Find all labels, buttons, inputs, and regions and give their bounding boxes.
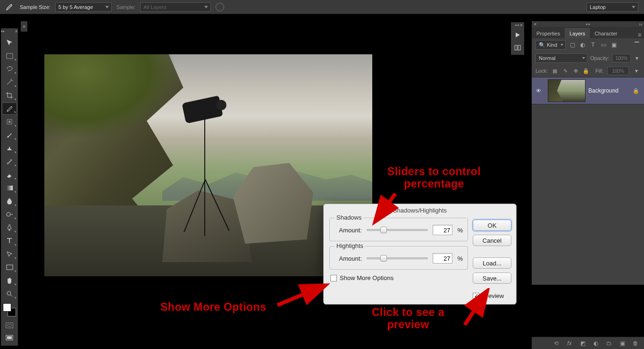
shape-tool[interactable]: [2, 261, 17, 273]
dodge-tool[interactable]: [2, 208, 17, 221]
sample-ring-icon[interactable]: [216, 3, 224, 11]
panel-icon[interactable]: [512, 42, 523, 53]
lock-position-icon[interactable]: ✥: [572, 68, 579, 74]
sample-select: All Layers: [140, 2, 211, 12]
filter-shape-icon[interactable]: ▭: [600, 41, 607, 49]
eraser-tool[interactable]: [2, 169, 17, 181]
fill-value[interactable]: 100%: [607, 67, 629, 75]
blend-mode-select[interactable]: Normal: [535, 53, 587, 63]
opacity-flyout-icon[interactable]: ▾: [634, 54, 640, 62]
filter-smart-icon[interactable]: ▣: [610, 41, 618, 49]
svg-point-3: [7, 213, 10, 216]
crop-tool[interactable]: [2, 89, 17, 102]
shadows-unit: %: [457, 227, 463, 234]
link-layers-icon[interactable]: ⟲: [552, 340, 560, 347]
opacity-value[interactable]: 100%: [612, 54, 631, 62]
ok-button[interactable]: OK: [473, 220, 511, 231]
preview-checkbox[interactable]: ✓: [473, 293, 479, 299]
layer-filter-kind[interactable]: 🔍 Kind: [535, 40, 566, 50]
layers-panel: ×›› Properties Layers Character ≡ 🔍 Kind…: [532, 21, 644, 285]
tab-properties[interactable]: Properties: [532, 29, 565, 38]
layer-lock-icon: 🔒: [633, 88, 644, 94]
panel-menu-icon[interactable]: ≡: [635, 32, 644, 38]
group-icon[interactable]: 🗀: [605, 340, 613, 347]
shadows-highlights-dialog: Shadows/Highlights Shadows Amount: % Hig…: [323, 204, 517, 305]
preview-label: Preview: [482, 292, 504, 299]
options-bar: Sample Size: 5 by 5 Average Sample: All …: [0, 0, 644, 14]
highlights-group: Highlights Amount: %: [329, 246, 468, 270]
magic-wand-tool[interactable]: [2, 76, 17, 88]
quickmask-toggle[interactable]: [2, 320, 17, 331]
shadows-amount-label: Amount:: [335, 227, 362, 234]
opacity-label: Opacity:: [590, 55, 609, 61]
clone-stamp-tool[interactable]: [2, 142, 17, 154]
filter-type-icon[interactable]: T: [589, 41, 597, 49]
svg-rect-0: [7, 53, 13, 59]
lock-paint-icon[interactable]: ✎: [562, 68, 569, 74]
shadows-group: Shadows Amount: %: [329, 218, 468, 241]
zoom-tool[interactable]: [2, 288, 17, 300]
sample-size-select[interactable]: 5 by 5 Average: [55, 2, 112, 12]
tab-layers[interactable]: Layers: [565, 28, 590, 38]
type-tool[interactable]: [2, 235, 17, 247]
lock-all-icon[interactable]: 🔒: [583, 68, 589, 74]
collapsed-dock: ×: [511, 22, 524, 55]
panel-grip[interactable]: ×››: [532, 21, 644, 27]
show-more-options-checkbox[interactable]: [330, 275, 337, 281]
eyedropper-tool-icon[interactable]: [4, 1, 15, 13]
screenmode-toggle[interactable]: [2, 332, 17, 343]
history-brush-tool[interactable]: [2, 155, 17, 168]
gradient-tool[interactable]: [2, 182, 17, 194]
shadows-legend: Shadows: [335, 214, 363, 221]
hand-tool[interactable]: [2, 274, 17, 287]
highlights-unit: %: [457, 255, 463, 262]
svg-rect-8: [7, 336, 12, 339]
save-button[interactable]: Save...: [473, 272, 511, 284]
annotation-sliders: Sliders to control percentage: [380, 165, 488, 190]
new-layer-icon[interactable]: ▣: [619, 340, 626, 347]
delete-layer-icon[interactable]: 🗑: [632, 340, 639, 347]
filter-pixel-icon[interactable]: ▢: [569, 41, 576, 49]
filter-toggle[interactable]: ▔: [633, 41, 640, 49]
show-more-options-label: Show More Options: [340, 274, 393, 281]
visibility-eye-icon[interactable]: 👁: [532, 88, 545, 94]
highlights-amount-input[interactable]: [433, 253, 452, 264]
layer-row[interactable]: 👁 Background 🔒: [532, 77, 644, 104]
shadows-amount-input[interactable]: [433, 225, 452, 235]
svg-rect-2: [6, 186, 13, 190]
fill-label: Fill:: [595, 68, 603, 74]
cancel-button[interactable]: Cancel: [473, 235, 511, 246]
svg-rect-9: [515, 45, 517, 50]
highlights-amount-label: Amount:: [335, 255, 362, 262]
highlights-legend: Highlights: [335, 242, 365, 249]
sample-size-label: Sample Size:: [20, 4, 50, 10]
marquee-tool[interactable]: [2, 50, 17, 62]
annotation-preview: Click to see a preview: [370, 306, 446, 331]
eyedropper-tool[interactable]: [2, 102, 17, 115]
adjustment-layer-icon[interactable]: ◐: [592, 340, 600, 347]
healing-brush-tool[interactable]: [2, 116, 17, 128]
fill-flyout-icon[interactable]: ▾: [633, 67, 640, 75]
toolbox-grip[interactable]: ×: [1, 28, 18, 34]
play-icon[interactable]: [512, 29, 523, 41]
layer-style-icon[interactable]: fx: [566, 340, 573, 347]
lasso-tool[interactable]: [2, 63, 17, 75]
layer-thumbnail[interactable]: [548, 79, 585, 102]
path-selection-tool[interactable]: [2, 248, 17, 260]
blur-tool[interactable]: [2, 195, 17, 207]
color-swatches[interactable]: [3, 303, 16, 316]
move-tool[interactable]: [2, 36, 17, 49]
shadows-amount-slider[interactable]: [367, 229, 428, 231]
load-button[interactable]: Load...: [473, 257, 511, 269]
tab-character[interactable]: Character: [590, 29, 622, 38]
pen-tool[interactable]: [2, 221, 17, 234]
workspace-select[interactable]: Laptop: [586, 2, 638, 12]
svg-rect-5: [7, 265, 13, 270]
layer-mask-icon[interactable]: ◩: [579, 340, 586, 347]
filter-adjust-icon[interactable]: ◐: [579, 41, 586, 49]
document-tab-grip[interactable]: ×: [21, 21, 27, 32]
highlights-amount-slider[interactable]: [367, 257, 428, 259]
brush-tool[interactable]: [2, 129, 17, 141]
layer-name[interactable]: Background: [588, 87, 633, 94]
lock-transparent-icon[interactable]: ▦: [552, 68, 558, 74]
